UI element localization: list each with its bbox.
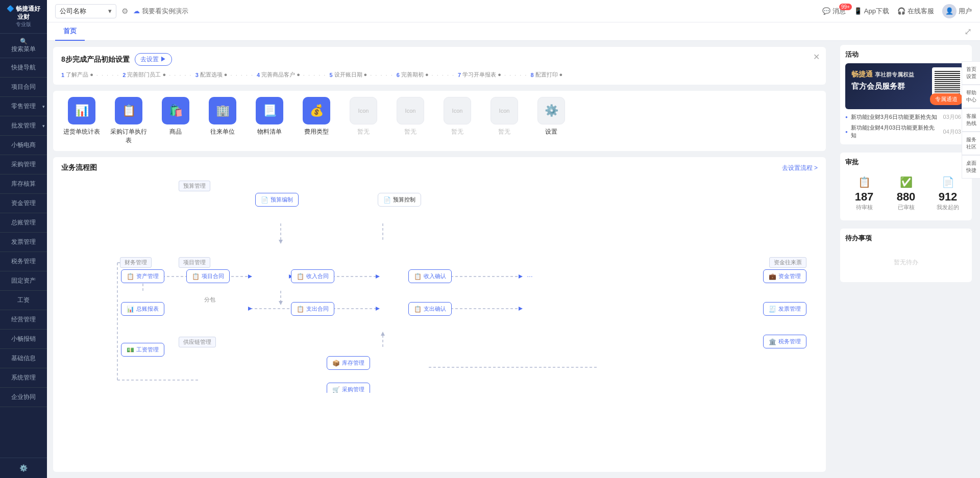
quick-icon-9[interactable]: Icon 暂无 xyxy=(484,97,525,145)
pending-icon: 📋 xyxy=(847,176,881,188)
quick-icon-label-3: 往来单位 xyxy=(210,128,235,136)
budget-ctrl2-node[interactable]: 📄 预算控制 xyxy=(378,193,421,207)
app-name: 🔷 畅捷通好业财 xyxy=(4,5,43,21)
expense-confirm-node[interactable]: 📋 支出确认 xyxy=(408,302,452,316)
svg-marker-24 xyxy=(376,307,380,311)
quick-icon-5[interactable]: 💰 费用类型 xyxy=(296,97,337,145)
news-item-1: ● 新功能|业财4月03日功能更新抢先知 04月03日 xyxy=(845,124,967,139)
sidebar-item-retail[interactable]: 零售管理 xyxy=(0,97,47,116)
go-settings-button[interactable]: 去设置 ▶ xyxy=(135,53,172,66)
quick-icon-box-2: 🛍️ xyxy=(162,97,189,124)
message-badge: 99+ xyxy=(839,4,852,10)
setup-steps: 1 了解产品 ● · · · · · 2 完善部门员工 ● · · · · · … xyxy=(61,71,818,79)
approval-section: 审批 📋 187 待审核 ✅ 880 已审核 📄 912 xyxy=(840,153,972,220)
shortcut-desktop[interactable]: 桌面快捷 xyxy=(962,155,980,179)
sidebar-item-salary[interactable]: 工资 xyxy=(0,291,47,310)
search-menu[interactable]: 🔍 搜索菜单 xyxy=(0,34,47,58)
sidebar-item-quicknav[interactable]: 快捷导航 xyxy=(0,58,47,78)
quick-icon-label-10: 设置 xyxy=(545,128,557,136)
close-button[interactable]: ✕ xyxy=(813,52,820,62)
income-confirm-node[interactable]: 📋 收入确认 xyxy=(408,269,452,283)
sidebar-item-ledger[interactable]: 总账管理 xyxy=(0,213,47,233)
app-download-button[interactable]: 📱 App下载 xyxy=(854,7,889,16)
settings-gear-icon[interactable]: ⚙ xyxy=(121,7,128,16)
quick-icon-4[interactable]: 📃 物料清单 xyxy=(249,97,290,145)
sidebar-item-project[interactable]: 项目合同 xyxy=(0,78,47,97)
activity-section: 活动 畅捷通 享社群专属权益 官方会员服务群 专属通道 xyxy=(840,45,972,144)
ledger-node[interactable]: 📊 总账报表 xyxy=(121,302,164,316)
quick-icon-label-7: 暂无 xyxy=(404,128,416,136)
news-dot-0: ● xyxy=(845,115,848,119)
quick-icon-10[interactable]: ⚙️ 设置 xyxy=(531,97,572,145)
svg-marker-9 xyxy=(279,301,283,305)
budget-control-node[interactable]: 📄 预算编制 xyxy=(255,193,299,207)
company-selector[interactable]: 公司名称 ▾ xyxy=(55,4,116,18)
purchase-node[interactable]: 🛒 采购管理 xyxy=(327,383,370,393)
sidebar-item-capital[interactable]: 资金管理 xyxy=(0,194,47,213)
quick-icon-box-3: 🏢 xyxy=(209,97,236,124)
user-avatar[interactable]: 👤 用户 xyxy=(942,4,972,18)
online-service-button[interactable]: 🎧 在线客服 xyxy=(897,7,934,16)
sidebar-item-ops[interactable]: 经营管理 xyxy=(0,310,47,330)
asset-node[interactable]: 📋 资产管理 xyxy=(121,269,164,283)
flow-setup-link[interactable]: 去设置流程 > xyxy=(782,164,818,172)
quick-icon-box-10: ⚙️ xyxy=(537,97,565,124)
shortcut-help[interactable]: 帮助中心 xyxy=(962,85,980,108)
sidebar-item-inventory[interactable]: 库存核算 xyxy=(0,174,47,194)
flow-header: 业务流程图 去设置流程 > xyxy=(61,163,818,172)
approval-card-1[interactable]: ✅ 880 已审核 xyxy=(887,172,925,215)
invoice-mgmt-node[interactable]: 🧾 发票管理 xyxy=(763,302,806,316)
quick-icon-box-4: 📃 xyxy=(256,97,283,124)
quick-icon-8[interactable]: Icon 暂无 xyxy=(437,97,478,145)
svg-marker-18 xyxy=(519,274,523,279)
news-text-1[interactable]: 新功能|业财4月03日功能更新抢先知 xyxy=(851,124,940,139)
expand-icon[interactable]: ⤢ xyxy=(964,26,972,37)
supply-section-label: 供应链管理 xyxy=(179,337,216,347)
activity-join-button[interactable]: 专属通道 xyxy=(930,93,963,105)
sidebar-item-enterprise[interactable]: 企业协同 xyxy=(0,388,47,407)
inventory-node[interactable]: 📦 库存管理 xyxy=(327,356,370,370)
chevron-down-icon: ▾ xyxy=(108,7,112,15)
approval-card-2[interactable]: 📄 912 我发起的 xyxy=(929,172,967,215)
sidebar-item-ecommerce[interactable]: 小畅电商 xyxy=(0,136,47,155)
quick-icon-box-9: Icon xyxy=(491,97,518,124)
quick-icon-0[interactable]: 📊 进货单统计表 xyxy=(61,97,102,145)
capital-mgmt-node[interactable]: 💼 资金管理 xyxy=(763,269,806,283)
shortcut-hotline[interactable]: 客服热线 xyxy=(962,108,980,132)
income-contract-node[interactable]: 📋 收入合同 xyxy=(291,269,334,283)
approval-card-0[interactable]: 📋 187 待审核 xyxy=(845,172,883,215)
quick-icon-label-2: 商品 xyxy=(169,128,182,136)
shortcut-home-settings[interactable]: 首页设置 xyxy=(962,61,980,85)
quick-icon-3[interactable]: 🏢 往来单位 xyxy=(202,97,243,145)
tab-home[interactable]: 首页 xyxy=(55,22,85,41)
flow-svg xyxy=(61,179,818,393)
message-icon: 💬 xyxy=(822,7,830,15)
pending-label: 待审核 xyxy=(847,204,881,211)
shortcut-community[interactable]: 服务社区 xyxy=(962,132,980,155)
quick-icon-label-4: 物料清单 xyxy=(257,128,282,136)
content-area: 8步完成产品初始设置 去设置 ▶ 1 了解产品 ● · · · · · 2 完善… xyxy=(47,41,980,478)
quick-icon-1[interactable]: 📋 采购订单执行表 xyxy=(108,97,149,145)
salary-node[interactable]: 💵 工资管理 xyxy=(121,343,164,357)
expense-contract-node[interactable]: 📋 支出合同 xyxy=(291,302,334,316)
sidebar-item-assets[interactable]: 固定资产 xyxy=(0,271,47,291)
demo-link[interactable]: ☁ 我要看实例演示 xyxy=(133,7,188,16)
message-button[interactable]: 💬 消息 99+ xyxy=(822,7,846,16)
quick-icon-6[interactable]: Icon 暂无 xyxy=(343,97,384,145)
sidebar-item-invoice[interactable]: 发票管理 xyxy=(0,233,47,252)
tax-node[interactable]: 🏛️ 税务管理 xyxy=(763,335,806,348)
sidebar: 🔷 畅捷通好业财 专业版 🔍 搜索菜单 快捷导航 项目合同 零售管理 批发管理 … xyxy=(0,0,47,478)
sidebar-item-system[interactable]: 系统管理 xyxy=(0,368,47,388)
sidebar-item-purchase[interactable]: 采购管理 xyxy=(0,155,47,174)
sidebar-item-basic[interactable]: 基础信息 xyxy=(0,349,47,368)
quick-icon-7[interactable]: Icon 暂无 xyxy=(390,97,431,145)
quick-icon-2[interactable]: 🛍️ 商品 xyxy=(155,97,196,145)
sidebar-item-expense[interactable]: 小畅报销 xyxy=(0,330,47,349)
news-text-0[interactable]: 新功能|业财3月6日功能更新抢先知 xyxy=(851,113,940,121)
quick-icon-box-5: 💰 xyxy=(303,97,330,124)
quick-icon-box-0: 📊 xyxy=(68,97,95,124)
settings-icon[interactable]: ⚙️ xyxy=(0,458,47,478)
project-contract-node[interactable]: 📋 项目合同 xyxy=(186,269,230,283)
sidebar-item-wholesale[interactable]: 批发管理 xyxy=(0,116,47,136)
sidebar-item-tax[interactable]: 税务管理 xyxy=(0,252,47,271)
